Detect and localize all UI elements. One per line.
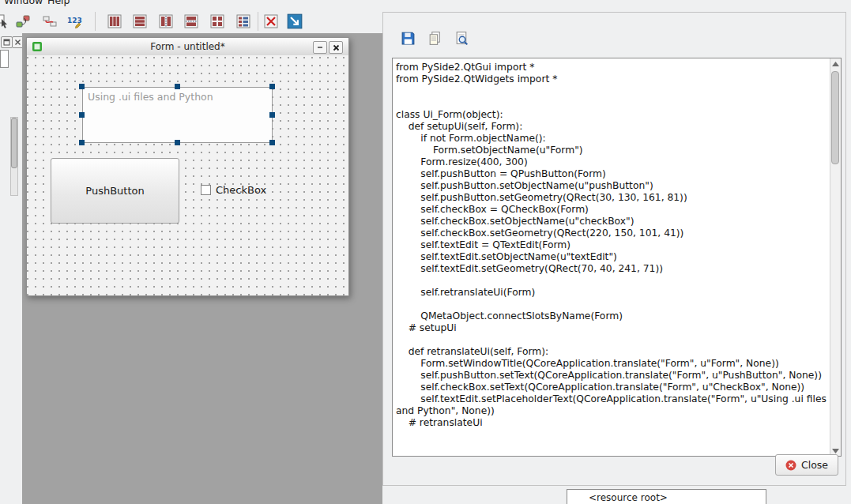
code-line: class Ui_Form(object): bbox=[396, 109, 830, 121]
edit-tab-order-icon[interactable]: 123 bbox=[65, 11, 85, 32]
form-window-title: Form - untitled* bbox=[150, 41, 224, 52]
lay-out-horizontally-in-splitter-icon[interactable] bbox=[156, 11, 176, 32]
close-dialog-button[interactable]: Close bbox=[775, 454, 838, 476]
code-line: self.textEdit.setObjectName(u"textEdit") bbox=[396, 251, 830, 263]
selection-handle-top-right[interactable] bbox=[269, 84, 275, 89]
textedit-widget[interactable]: Using .ui files and Python bbox=[82, 87, 273, 143]
code-line: from PySide2.QtGui import * bbox=[396, 62, 830, 73]
selection-handle-mid-right[interactable] bbox=[269, 112, 275, 118]
code-line bbox=[396, 85, 830, 97]
code-line: self.retranslateUi(Form) bbox=[396, 287, 830, 299]
code-line: self.textEdit.setGeometry(QRect(70, 40, … bbox=[396, 263, 830, 275]
edit-buddies-icon[interactable] bbox=[40, 11, 60, 32]
code-line: def retranslateUi(self, Form): bbox=[396, 346, 830, 358]
scrollbar-thumb[interactable] bbox=[11, 118, 17, 168]
code-line: self.pushButton = QPushButton(Form) bbox=[396, 168, 830, 180]
checkbox-box-icon[interactable] bbox=[201, 185, 211, 195]
code-line: # setupUi bbox=[396, 322, 830, 334]
find-icon[interactable] bbox=[452, 28, 472, 48]
selection-handle-top-center[interactable] bbox=[175, 84, 180, 89]
selection-handle-mid-left[interactable] bbox=[79, 112, 85, 118]
code-line: self.checkBox.setText(QCoreApplication.t… bbox=[396, 382, 830, 393]
code-line: Form.setObjectName(u"Form") bbox=[396, 145, 830, 156]
form-canvas[interactable]: Using .ui files and Python PushButton Ch… bbox=[27, 55, 348, 295]
code-dialog-toolbar bbox=[398, 28, 472, 48]
code-line: Form.resize(400, 300) bbox=[396, 156, 830, 168]
code-line: self.pushButton.setGeometry(QRect(30, 13… bbox=[396, 192, 830, 204]
checkbox-label: CheckBox bbox=[216, 184, 266, 196]
toolbar-separator bbox=[258, 12, 258, 31]
lay-out-in-form-layout-icon[interactable] bbox=[233, 11, 254, 32]
pushbutton-label: PushButton bbox=[85, 185, 144, 197]
selection-handle-bottom-center[interactable] bbox=[175, 140, 180, 145]
widgetbox-filter-input[interactable] bbox=[0, 50, 9, 68]
code-line: and Python", None)) bbox=[396, 405, 830, 417]
minimize-button[interactable] bbox=[313, 41, 327, 54]
edit-widgets-icon[interactable] bbox=[0, 11, 13, 32]
lay-out-vertically-icon[interactable] bbox=[130, 11, 150, 32]
scrollbar-thumb[interactable] bbox=[831, 71, 839, 164]
lay-out-in-grid-icon[interactable] bbox=[207, 11, 228, 32]
code-line: Form.setWindowTitle(QCoreApplication.tra… bbox=[396, 358, 830, 370]
code-line: self.checkBox.setGeometry(QRect(220, 150… bbox=[396, 228, 830, 239]
copy-icon[interactable] bbox=[425, 28, 445, 48]
edit-signals-slots-icon[interactable] bbox=[13, 11, 33, 32]
checkbox-widget[interactable]: CheckBox bbox=[201, 174, 281, 206]
code-line: self.checkBox = QCheckBox(Form) bbox=[396, 204, 830, 216]
code-line bbox=[396, 97, 830, 109]
form-window[interactable]: Form - untitled* Using .ui files and Pyt… bbox=[26, 37, 349, 296]
selection-handle-bottom-left[interactable] bbox=[79, 140, 85, 145]
code-line: self.textEdit.setPlaceholderText(QCoreAp… bbox=[396, 393, 830, 405]
code-vertical-scrollbar[interactable] bbox=[830, 58, 841, 456]
code-line bbox=[396, 299, 830, 310]
toolbar-separator bbox=[95, 12, 96, 31]
code-line bbox=[396, 275, 830, 287]
tab-order-digits: 123 bbox=[67, 17, 82, 24]
selection-handle-top-left[interactable] bbox=[79, 84, 85, 89]
resource-browser-root[interactable]: <resource root> bbox=[567, 489, 766, 504]
break-layout-icon[interactable] bbox=[261, 11, 281, 32]
code-line: # retranslateUi bbox=[396, 417, 830, 429]
lay-out-horizontally-icon[interactable] bbox=[104, 11, 125, 32]
code-line: QMetaObject.connectSlotsByName(Form) bbox=[396, 310, 830, 322]
pushbutton-widget[interactable]: PushButton bbox=[51, 158, 179, 224]
close-button[interactable] bbox=[329, 41, 343, 54]
code-preview-dialog: from PySide2.QtGui import *from PySide2.… bbox=[382, 12, 846, 486]
code-line: def setupUi(self, Form): bbox=[396, 121, 830, 133]
code-view[interactable]: from PySide2.QtGui import *from PySide2.… bbox=[392, 58, 842, 457]
mdi-area: Form - untitled* Using .ui files and Pyt… bbox=[22, 33, 382, 504]
selection-handle-bottom-right[interactable] bbox=[269, 140, 275, 145]
adjust-size-icon[interactable] bbox=[284, 11, 305, 32]
code-line bbox=[396, 334, 830, 346]
menu-help[interactable]: Help bbox=[47, 0, 70, 6]
code-text[interactable]: from PySide2.QtGui import *from PySide2.… bbox=[393, 58, 830, 456]
qt-designer-screen: Window Help 123 bbox=[0, 0, 851, 504]
dock-float-icon[interactable] bbox=[1, 36, 13, 48]
close-button-label: Close bbox=[801, 459, 828, 471]
resource-root-label: <resource root> bbox=[589, 492, 668, 503]
widgetbox-scrollbar[interactable] bbox=[10, 117, 18, 196]
code-line: self.pushButton.setObjectName(u"pushButt… bbox=[396, 180, 830, 192]
scroll-up-icon[interactable] bbox=[830, 58, 841, 69]
code-line: from PySide2.QtWidgets import * bbox=[396, 73, 830, 85]
lay-out-vertically-in-splitter-icon[interactable] bbox=[181, 11, 201, 32]
form-window-titlebar[interactable]: Form - untitled* bbox=[27, 38, 348, 56]
code-line: self.checkBox.setObjectName(u"checkBox") bbox=[396, 216, 830, 228]
close-red-icon bbox=[785, 460, 796, 471]
left-dock-fragment bbox=[0, 33, 23, 504]
menu-window[interactable]: Window bbox=[4, 0, 43, 6]
save-icon[interactable] bbox=[398, 28, 418, 48]
code-line: self.pushButton.setText(QCoreApplication… bbox=[396, 370, 830, 382]
textedit-placeholder: Using .ui files and Python bbox=[88, 91, 213, 103]
code-line: if not Form.objectName(): bbox=[396, 133, 830, 145]
main-toolbar: 123 bbox=[0, 9, 379, 33]
form-window-icon bbox=[32, 42, 42, 51]
code-line: self.textEdit = QTextEdit(Form) bbox=[396, 239, 830, 251]
